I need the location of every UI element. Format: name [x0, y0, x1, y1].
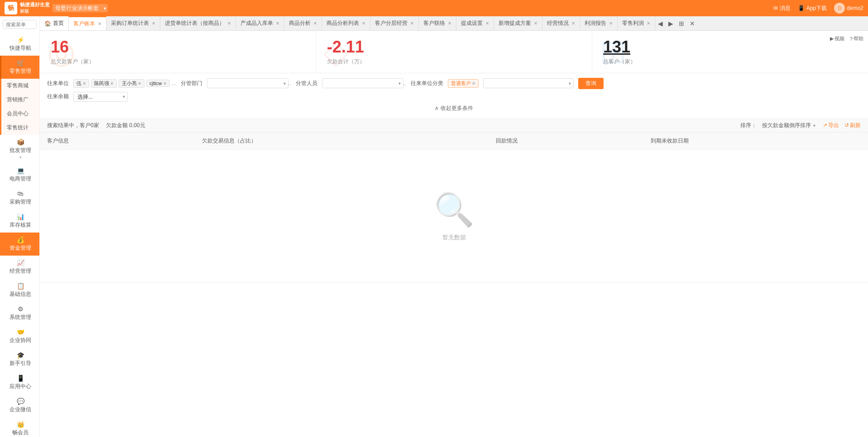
sidebar-item-basic-info[interactable]: 📋 基础信息 [0, 279, 39, 302]
tab-promotion-settings[interactable]: 提成设置 ✕ [456, 16, 494, 31]
sidebar-search-input[interactable] [3, 20, 37, 29]
tab-customer-contact-label: 客户联络 [423, 19, 445, 27]
sidebar-sub-retail: 零售商城 营销推广 会员中心 零售统计 [0, 79, 39, 135]
tab-new-promotion[interactable]: 新增提成方案 ✕ [494, 16, 542, 31]
sidebar-item-vip[interactable]: 👑 畅会员 [0, 417, 39, 437]
dept-input[interactable] [207, 78, 288, 88]
unit-tag-wang-text: 王小亮 [122, 80, 137, 87]
help-btn[interactable]: ? 帮助 [850, 35, 863, 42]
message-btn[interactable]: ✉ 消息 [773, 5, 791, 12]
unit-tag-wu-close[interactable]: ✕ [82, 81, 86, 86]
tenant-selector[interactable]: 母婴行业演示帐套 [53, 4, 108, 12]
tab-promotion-close[interactable]: ✕ [485, 21, 489, 26]
dept-filter-label: 分管部门 [181, 80, 202, 87]
tab-customer-book[interactable]: 客户账本 ✕ [69, 16, 106, 31]
newbie-icon: 🎓 [17, 352, 24, 359]
tab-inbound-close[interactable]: ✕ [227, 21, 231, 26]
tab-retail-profit[interactable]: 零售利润 ✕ [618, 16, 655, 31]
stat-actions: ▶ 视频 ? 帮助 [830, 35, 863, 42]
sidebar-item-member[interactable]: 会员中心 [1, 107, 39, 121]
sidebar-item-enterprise-collab[interactable]: 🤝 企业协同 [0, 325, 39, 348]
col-due-date: 到期未收款日期 [643, 133, 868, 150]
sidebar-search-wrap[interactable] [0, 16, 39, 33]
sidebar-item-ecommerce[interactable]: 💻 电商管理 [0, 163, 39, 186]
tab-customer-contact-close[interactable]: ✕ [448, 21, 451, 26]
app-download-btn[interactable]: 📱 App下载 [798, 5, 827, 12]
tab-profit-label: 利润报告 [585, 19, 606, 27]
retail-label: 零售管理 [10, 67, 31, 75]
sidebar-item-finance[interactable]: 💰 资金管理 [0, 233, 39, 256]
tab-customer-book-close[interactable]: ✕ [98, 21, 101, 26]
sidebar-item-wechat[interactable]: 💬 企业微信 [0, 394, 39, 417]
sidebar-item-retail-mall[interactable]: 零售商城 [1, 79, 39, 93]
sidebar-item-app-center[interactable]: 📱 应用中心 [0, 371, 39, 394]
inventory-label: 库存核算 [10, 221, 31, 229]
tab-profit[interactable]: 利润报告 ✕ [580, 16, 618, 31]
tab-inbound-label: 进货单统计表（按商品） [165, 19, 225, 27]
sidebar-item-newbie[interactable]: 🎓 新手引导 [0, 348, 39, 371]
tab-product-list-close[interactable]: ✕ [362, 21, 365, 26]
tab-customer-tier-close[interactable]: ✕ [410, 21, 414, 26]
tab-menu-btn[interactable]: ⊞ [676, 16, 687, 31]
person-filter-label: 分管人员 [296, 80, 317, 87]
message-icon: ✉ [773, 5, 778, 11]
tab-retail-profit-close[interactable]: ✕ [647, 21, 650, 26]
tab-home[interactable]: 🏠 首页 [40, 16, 69, 31]
tab-profit-close[interactable]: ✕ [609, 21, 613, 26]
tab-new-promotion-close[interactable]: ✕ [534, 21, 537, 26]
tab-bar: 🏠 首页 客户账本 ✕ 采购订单统计表 ✕ 进货单统计表（按商品） ✕ 产成品入… [40, 16, 868, 31]
sidebar-item-operations[interactable]: 📈 经营管理 [0, 256, 39, 279]
tab-product-list[interactable]: 商品分析列表 ✕ [322, 16, 370, 31]
sidebar-item-purchase[interactable]: 🛍 采购管理 [0, 186, 39, 209]
tab-business[interactable]: 经营情况 ✕ [542, 16, 580, 31]
results-text: 搜索结果中，客户0家 [47, 122, 99, 128]
collab-icon: 🤝 [17, 328, 24, 336]
video-btn[interactable]: ▶ 视频 [830, 35, 844, 42]
unit-tag-cj-close[interactable]: ✕ [163, 81, 167, 86]
tab-inbound[interactable]: 进货单统计表（按商品） ✕ [160, 16, 236, 31]
remainder-select-wrap[interactable]: 选择... [73, 92, 128, 102]
sidebar-item-retail-stats[interactable]: 零售统计 [1, 121, 39, 135]
sidebar-item-system[interactable]: ⚙ 系统管理 [0, 302, 39, 325]
tab-business-close[interactable]: ✕ [571, 21, 575, 26]
results-bar: 搜索结果中，客户0家 欠款金额 0.00元 排序： 按欠款金额倒序排序 ↗ 导出 [40, 119, 868, 133]
tab-product-analysis[interactable]: 商品分析 ✕ [284, 16, 322, 31]
export-btn[interactable]: ↗ 导出 [823, 122, 839, 129]
sidebar-item-quick-nav[interactable]: ⚡ 快捷导航 [0, 33, 39, 56]
retail-icon: 🛒 [17, 59, 24, 66]
person-input[interactable] [322, 78, 403, 88]
collapse-icon: ∧ [435, 105, 439, 111]
remainder-select[interactable]: 选择... [73, 92, 128, 102]
sidebar-item-inventory[interactable]: 📊 库存核算 [0, 209, 39, 233]
wholesale-arrow: ▾ [19, 155, 22, 160]
tab-product-analysis-close[interactable]: ✕ [313, 21, 317, 26]
sort-select-wrap[interactable]: 按欠款金额倒序排序 [762, 122, 817, 128]
user-profile[interactable]: D demo2 [834, 3, 863, 14]
tab-customer-tier[interactable]: 客户分层经营 ✕ [370, 16, 419, 31]
tab-product-inbound-close[interactable]: ✕ [276, 21, 279, 26]
tab-customer-contact[interactable]: 客户联络 ✕ [419, 16, 456, 31]
tab-next-btn[interactable]: ▶ [666, 16, 676, 31]
category-select[interactable] [483, 78, 574, 88]
unit-tag-chen-close[interactable]: ✕ [110, 81, 114, 86]
tenant-selector-wrap[interactable]: 母婴行业演示帐套 [50, 4, 108, 12]
category-select-wrap[interactable] [483, 78, 574, 88]
sidebar-item-retail-mgmt[interactable]: 🛒 零售管理 [0, 56, 39, 79]
tab-product-inbound[interactable]: 产成品入库单 ✕ [236, 16, 284, 31]
dept-select-wrap[interactable] [207, 78, 288, 88]
person-select-wrap[interactable] [322, 78, 403, 88]
sidebar-item-marketing[interactable]: 营销推广 [1, 93, 39, 107]
sidebar-item-wholesale[interactable]: 📦 批发管理 ▾ [0, 135, 39, 163]
sort-select[interactable]: 按欠款金额倒序排序 [762, 122, 817, 128]
collapse-btn[interactable]: ∧ 收起更多条件 [435, 104, 473, 112]
refresh-btn[interactable]: ↺ 刷新 [844, 122, 861, 129]
category-tag-close[interactable]: ✕ [472, 81, 475, 86]
unit-tag-wang-close[interactable]: ✕ [138, 81, 141, 86]
tab-purchase-stats-close[interactable]: ✕ [152, 21, 155, 26]
tab-close-all-btn[interactable]: ✕ [687, 16, 698, 31]
unit-tag-more[interactable]: ... [172, 80, 176, 86]
tab-purchase-stats[interactable]: 采购订单统计表 ✕ [106, 16, 160, 31]
tab-prev-btn[interactable]: ◀ [655, 16, 666, 31]
query-button[interactable]: 查询 [578, 78, 604, 89]
unit-tag-chen: 陈民强 ✕ [91, 79, 117, 88]
